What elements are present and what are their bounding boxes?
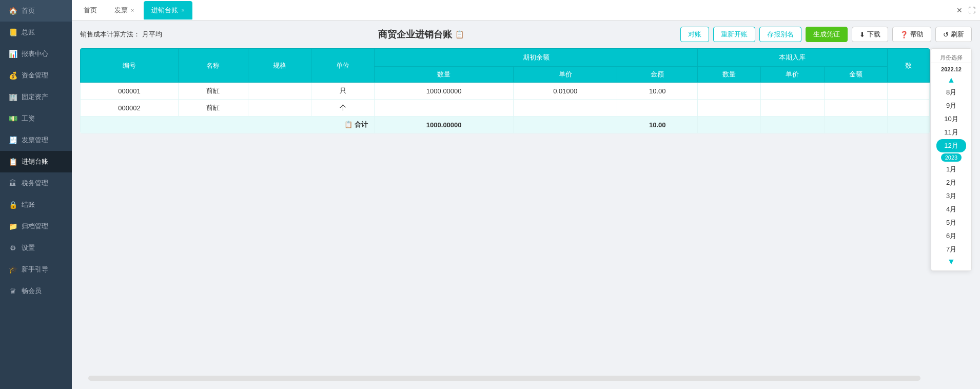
sidebar-item-tax[interactable]: 🏛 税务管理 xyxy=(0,172,72,194)
total-in-price xyxy=(761,116,824,133)
month-item-6[interactable]: 6月 xyxy=(931,229,971,243)
sidebar-item-assets[interactable]: 🏢 固定资产 xyxy=(0,86,72,108)
tabs-bar: 首页 发票 × 进销台账 × ✕ ⛶ xyxy=(72,0,980,21)
total-label-cell: 📋合计 xyxy=(81,116,375,133)
cost-method-label: 销售成本计算方法： xyxy=(80,30,140,38)
vip-icon: ♛ xyxy=(8,287,17,295)
refresh-button[interactable]: ↺ 刷新 xyxy=(935,27,972,42)
month-item-10[interactable]: 10月 xyxy=(931,112,971,126)
month-nav-up[interactable]: ▲ xyxy=(931,74,971,86)
invoice-mgmt-icon: 🧾 xyxy=(8,136,17,144)
salary-icon: 💵 xyxy=(8,114,17,123)
sidebar-item-stock-ledger[interactable]: 📋 进销台账 xyxy=(0,151,72,172)
sidebar-item-guide[interactable]: 🎓 新手引导 xyxy=(0,259,72,280)
table-wrap: 编号 名称 规格 单位 期初余额 本期入库 数 数量 单价 金额 数 xyxy=(80,48,930,133)
col-header-in-qty: 数量 xyxy=(698,67,761,83)
table-row: 000002 前缸 个 xyxy=(81,100,930,116)
col-header-unit: 单位 xyxy=(311,49,375,83)
tab-home[interactable]: 首页 xyxy=(76,1,105,20)
month-item-3[interactable]: 3月 xyxy=(931,189,971,203)
cell-in-price xyxy=(761,100,824,116)
month-item-12[interactable]: 12月 xyxy=(936,139,966,152)
col-header-opening-amount: 金额 xyxy=(617,67,698,83)
home-icon: 🏠 xyxy=(8,7,17,15)
sidebar-item-archive[interactable]: 📁 归档管理 xyxy=(0,216,72,237)
sidebar-item-reports[interactable]: 📊 报表中心 xyxy=(0,43,72,65)
col-header-in-amount: 金额 xyxy=(824,67,887,83)
generate-voucher-button[interactable]: 生成凭证 xyxy=(806,27,848,42)
table-row: 000001 前缸 只 1000.00000 0.01000 10.00 xyxy=(81,83,930,100)
content-area: 销售成本计算方法： 月平均 商贸企业进销台账 📋 对账 重新开账 存报别名 生成… xyxy=(72,21,980,389)
total-in-amount xyxy=(824,116,887,133)
tab-invoice-label: 发票 xyxy=(114,6,128,15)
cell-in-amount xyxy=(824,100,887,116)
sidebar-item-invoice-mgmt[interactable]: 🧾 发票管理 xyxy=(0,129,72,151)
month-item-1[interactable]: 1月 xyxy=(931,163,971,176)
download-button[interactable]: ⬇ 下载 xyxy=(852,27,888,42)
stock-ledger-icon: 📋 xyxy=(8,158,17,166)
sidebar-item-settings[interactable]: ⚙ 设置 xyxy=(0,237,72,259)
page-title: 商贸企业进销台账 📋 xyxy=(378,28,464,41)
cell-extra xyxy=(887,100,929,116)
save-alias-button[interactable]: 存报别名 xyxy=(759,27,801,42)
tab-stock-ledger[interactable]: 进销台账 × xyxy=(144,1,192,20)
month-item-8[interactable]: 8月 xyxy=(931,86,971,99)
cell-in-price xyxy=(761,83,824,100)
month-item-9[interactable]: 9月 xyxy=(931,99,971,112)
cell-opening-qty: 1000.00000 xyxy=(375,83,514,100)
closing-icon: 🔒 xyxy=(8,201,17,209)
table-header-row1: 编号 名称 规格 单位 期初余额 本期入库 数 xyxy=(81,49,930,67)
col-header-in-price: 单价 xyxy=(761,67,824,83)
sidebar-item-ledger[interactable]: 📒 总账 xyxy=(0,22,72,43)
cell-code: 000001 xyxy=(81,83,179,100)
sidebar-item-funds[interactable]: 💰 资金管理 xyxy=(0,65,72,86)
month-panel-title: 月份选择 xyxy=(931,52,971,63)
sidebar-item-salary[interactable]: 💵 工资 xyxy=(0,108,72,129)
col-header-opening: 期初余额 xyxy=(375,49,698,67)
window-maximize-button[interactable]: ⛶ xyxy=(968,6,976,14)
sidebar-item-home[interactable]: 🏠 首页 xyxy=(0,0,72,22)
month-item-4[interactable]: 4月 xyxy=(931,203,971,216)
horizontal-scrollbar[interactable] xyxy=(88,376,920,381)
cell-opening-price: 0.01000 xyxy=(514,83,617,100)
month-item-11[interactable]: 11月 xyxy=(931,126,971,139)
toolbar: 对账 重新开账 存报别名 生成凭证 ⬇ 下载 ❓ 帮助 xyxy=(680,27,972,42)
month-nav-down[interactable]: ▼ xyxy=(931,256,971,267)
stock-table: 编号 名称 规格 单位 期初余额 本期入库 数 数量 单价 金额 数 xyxy=(80,48,930,133)
sidebar-item-closing[interactable]: 🔒 结账 xyxy=(0,194,72,216)
settings-icon: ⚙ xyxy=(8,244,17,252)
window-close-button[interactable]: ✕ xyxy=(955,6,964,14)
funds-icon: 💰 xyxy=(8,71,17,80)
total-in-qty xyxy=(698,116,761,133)
cell-spec xyxy=(248,83,311,100)
reopen-button[interactable]: 重新开账 xyxy=(713,27,755,42)
help-button[interactable]: ❓ 帮助 xyxy=(892,27,931,42)
col-header-code: 编号 xyxy=(81,49,179,83)
total-opening-amount: 10.00 xyxy=(617,116,698,133)
col-header-opening-price: 单价 xyxy=(514,67,617,83)
ledger-icon: 📒 xyxy=(8,28,17,36)
cell-opening-amount: 10.00 xyxy=(617,83,698,100)
month-item-2[interactable]: 2月 xyxy=(931,176,971,189)
tab-invoice[interactable]: 发票 × xyxy=(107,1,142,20)
cell-opening-qty xyxy=(375,100,514,116)
sidebar-item-vip[interactable]: ♛ 畅会员 xyxy=(0,280,72,302)
year-badge-2023: 2023 xyxy=(941,153,962,162)
table-total-row: 📋合计 1000.00000 10.00 xyxy=(81,116,930,133)
cell-unit: 个 xyxy=(311,100,375,116)
tab-invoice-close[interactable]: × xyxy=(131,7,134,13)
cost-method-value: 月平均 xyxy=(142,30,162,38)
download-icon: ⬇ xyxy=(859,31,865,38)
month-selector-panel: 月份选择 2022.12 ▲ 8月 9月 10月 11月 12月 2023 1月… xyxy=(931,48,972,271)
cell-in-amount xyxy=(824,83,887,100)
page-header: 销售成本计算方法： 月平均 商贸企业进销台账 📋 对账 重新开账 存报别名 生成… xyxy=(80,27,972,42)
reconcile-button[interactable]: 对账 xyxy=(680,27,709,42)
cell-opening-amount xyxy=(617,100,698,116)
page-title-icon[interactable]: 📋 xyxy=(455,30,464,38)
month-item-5[interactable]: 5月 xyxy=(931,216,971,229)
tab-stock-ledger-close[interactable]: × xyxy=(181,7,184,13)
cell-in-qty xyxy=(698,100,761,116)
total-opening-price xyxy=(514,116,617,133)
month-item-7[interactable]: 7月 xyxy=(931,243,971,256)
col-header-name: 名称 xyxy=(178,49,248,83)
